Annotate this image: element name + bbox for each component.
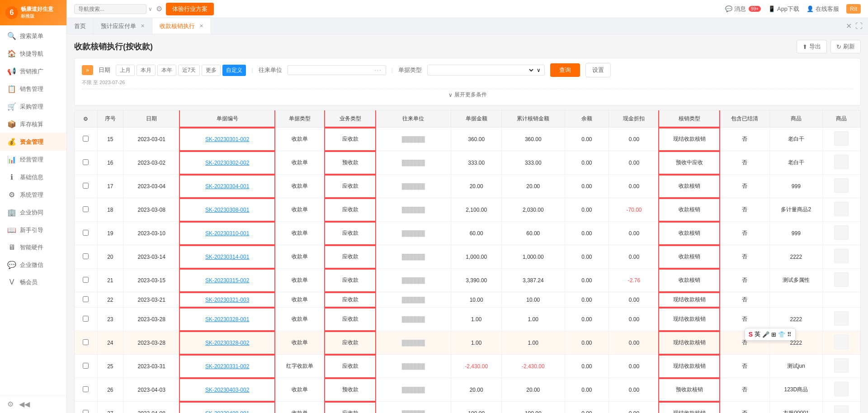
col-verify-type[interactable]: 核销类型: [659, 110, 719, 128]
sidebar-settings-button[interactable]: ⚙: [7, 400, 14, 408]
sidebar-item-marketing[interactable]: 📢 营销推广: [0, 62, 66, 80]
doc-no-link[interactable]: SK-20230321-003: [205, 297, 249, 303]
doc-type-select[interactable]: [431, 66, 535, 74]
sidebar-collapse-button[interactable]: ◀◀: [19, 400, 30, 408]
doc-no-link[interactable]: SK-20230310-001: [205, 230, 249, 237]
cell-doc-type: 收款单: [274, 128, 325, 151]
expand-more-row[interactable]: ∨ 展开更多条件: [82, 89, 853, 100]
cell-checkbox[interactable]: [75, 245, 97, 269]
sidebar-item-guide[interactable]: 📖 新手引导: [0, 221, 66, 239]
cell-checkbox[interactable]: [75, 402, 97, 413]
maximize-icon[interactable]: ⛶: [855, 22, 863, 30]
sidebar-item-basic[interactable]: ℹ 基础信息: [0, 168, 66, 186]
cell-checkbox[interactable]: [75, 292, 97, 308]
settings-gear-icon[interactable]: ⚙: [156, 5, 162, 13]
doc-no-link[interactable]: SK-20230328-001: [205, 316, 249, 323]
col-include-settled[interactable]: 包含已结清: [719, 110, 770, 128]
doc-no-link[interactable]: SK-20230304-001: [205, 183, 249, 190]
doc-no-link[interactable]: SK-20230328-002: [205, 340, 249, 346]
filter-this-year[interactable]: 本年: [157, 65, 176, 76]
col-verified-amount[interactable]: 累计核销金额: [502, 110, 565, 128]
refresh-button[interactable]: ↻ 刷新: [830, 40, 861, 53]
export-button[interactable]: ⬆ 导出: [797, 40, 827, 53]
filter-7days[interactable]: 近7天: [178, 65, 200, 76]
doc-no-link[interactable]: SK-20230331-002: [205, 363, 249, 370]
sidebar-item-sales[interactable]: 📋 销售管理: [0, 80, 66, 98]
cell-no: 27: [97, 402, 123, 413]
sidebar-item-corp[interactable]: 🏢 企业协同: [0, 204, 66, 221]
cell-goods: 老白干: [769, 151, 822, 175]
sidebar-item-purchase[interactable]: 🛒 采购管理: [0, 98, 66, 115]
partner-input-wrap: ···: [288, 65, 386, 75]
cell-checkbox[interactable]: [75, 151, 97, 175]
col-partner[interactable]: 往来单位: [375, 110, 451, 128]
app-download-button[interactable]: 📱 App下载: [768, 5, 799, 13]
cell-checkbox[interactable]: [75, 175, 97, 198]
cell-checkbox[interactable]: [75, 331, 97, 355]
setting-button[interactable]: 设置: [585, 63, 611, 77]
sidebar-item-member[interactable]: V 畅会员: [0, 274, 66, 291]
cell-checkbox[interactable]: [75, 355, 97, 378]
cell-checkbox[interactable]: [75, 198, 97, 222]
sidebar-item-quick[interactable]: 🏠 快捷导航: [0, 45, 66, 62]
col-biz-type[interactable]: 业务类型: [325, 110, 376, 128]
sidebar-item-wechat[interactable]: 💬 企业微信: [0, 256, 66, 274]
col-date[interactable]: 日期: [123, 110, 180, 128]
sidebar-item-hardware[interactable]: 🖥 智能硬件: [0, 239, 66, 256]
expand-toggle[interactable]: »: [82, 65, 93, 75]
sidebar-item-system[interactable]: ⚙ 系统管理: [0, 186, 66, 204]
doc-no-link[interactable]: SK-20230301-002: [205, 136, 249, 142]
col-gear[interactable]: ⚙: [75, 110, 97, 128]
doc-no-link[interactable]: SK-20230403-002: [205, 387, 249, 393]
cell-checkbox[interactable]: [75, 128, 97, 151]
tab-collection[interactable]: 收款核销执行 ✕: [152, 18, 211, 34]
col-doc-no[interactable]: 单据编号: [180, 110, 274, 128]
sougou-grid-icon[interactable]: ⊞: [771, 331, 776, 338]
doc-no-link[interactable]: SK-20230408-001: [205, 410, 249, 413]
sidebar-item-finance[interactable]: 💰 资金管理: [0, 133, 66, 151]
doc-no-link[interactable]: SK-20230308-001: [205, 207, 249, 213]
sougou-mic-icon[interactable]: 🎤: [762, 331, 769, 338]
close-icon[interactable]: ✕: [846, 22, 852, 30]
cell-date: 2023-03-21: [123, 292, 180, 308]
tab-home[interactable]: 首页: [67, 18, 94, 34]
filter-custom-button[interactable]: 自定义: [222, 65, 246, 76]
col-cash-discount[interactable]: 现金折扣: [609, 110, 660, 128]
breadcrumb-input[interactable]: [74, 4, 146, 14]
sidebar-item-label: 畅会员: [20, 278, 38, 286]
doc-no-link[interactable]: SK-20230315-002: [205, 277, 249, 284]
col-balance[interactable]: 余额: [565, 110, 609, 128]
dropdown-arrow-icon[interactable]: ∨: [148, 6, 152, 12]
filter-last-month[interactable]: 上月: [116, 65, 135, 76]
sidebar-item-search[interactable]: 🔍 搜索菜单: [0, 27, 66, 45]
message-button[interactable]: 💬 消息 99+: [725, 5, 761, 13]
cell-checkbox[interactable]: [75, 308, 97, 331]
tab-close-icon[interactable]: ✕: [141, 23, 145, 29]
sougou-floating-bar: S 英 🎤 ⊞ 👕 ⠿: [745, 328, 796, 341]
col-goods[interactable]: 商品: [769, 110, 822, 128]
partner-input[interactable]: [292, 67, 373, 73]
tab-close-icon[interactable]: ✕: [199, 23, 203, 29]
online-service-button[interactable]: 👤 在线客服: [807, 5, 839, 13]
cell-doc-type: 收款单: [274, 402, 325, 413]
filter-this-month[interactable]: 本月: [137, 65, 156, 76]
doc-no-link[interactable]: SK-20230314-001: [205, 254, 249, 260]
cell-checkbox[interactable]: [75, 269, 97, 292]
sidebar-item-operation[interactable]: 📊 经营管理: [0, 151, 66, 168]
tab-prepay[interactable]: 预计应应付单 ✕: [94, 18, 152, 34]
partner-dots-icon[interactable]: ···: [375, 67, 382, 73]
query-button[interactable]: 查询: [550, 63, 580, 77]
sougou-shirt-icon[interactable]: 👕: [778, 331, 785, 338]
col-doc-type[interactable]: 单据类型: [274, 110, 325, 128]
cell-checkbox[interactable]: [75, 222, 97, 245]
cell-verified-amount: 1.00: [502, 308, 565, 331]
industry-solution-button[interactable]: 体验行业方案: [166, 3, 214, 15]
sidebar-item-inventory[interactable]: 📦 库存核算: [0, 115, 66, 133]
user-avatar[interactable]: Rit: [846, 4, 861, 14]
sougou-more-icon[interactable]: ⠿: [787, 331, 792, 338]
doc-no-link[interactable]: SK-20230302-002: [205, 160, 249, 166]
filter-more[interactable]: 更多: [202, 65, 221, 76]
col-doc-amount[interactable]: 单据金额: [451, 110, 502, 128]
cell-checkbox[interactable]: [75, 378, 97, 402]
cell-include-settled: 否: [719, 222, 770, 245]
